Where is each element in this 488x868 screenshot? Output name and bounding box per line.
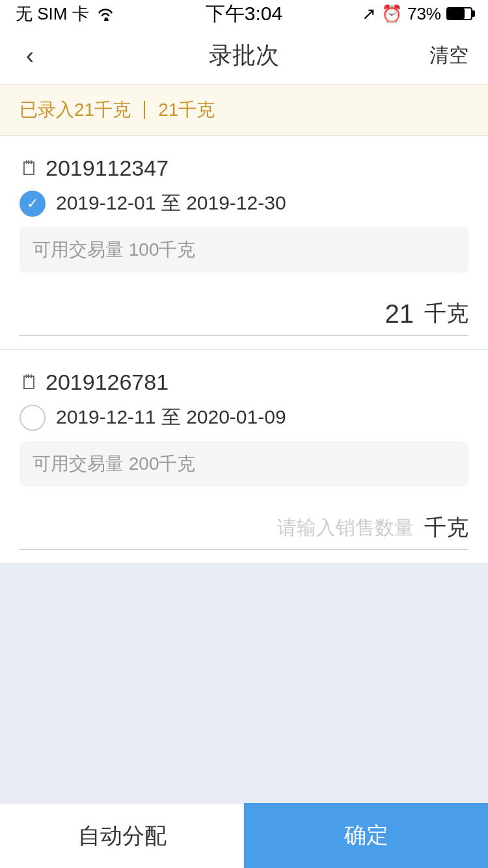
- recorded-label: 已录入21千克: [20, 98, 131, 122]
- bottom-bar: 自动分配 确定: [0, 803, 488, 868]
- batch-doc-icon-2: 🗒: [20, 372, 39, 394]
- batch-date-row-1[interactable]: ✓ 2019-12-01 至 2019-12-30: [20, 190, 468, 217]
- status-time: 下午3:04: [206, 1, 282, 27]
- check-icon-1: ✓: [27, 195, 38, 212]
- wifi-icon: [96, 7, 115, 21]
- batch-card-2: 🗒 2019126781 2019-12-11 至 2020-01-09 可用交…: [0, 350, 488, 563]
- quantity-value-1[interactable]: 21: [385, 299, 414, 329]
- batch-doc-icon-1: 🗒: [20, 157, 39, 180]
- batch-id-1: 2019112347: [46, 156, 169, 181]
- quantity-placeholder-2: 请输入销售数量: [20, 515, 414, 541]
- auto-assign-button[interactable]: 自动分配: [0, 803, 244, 868]
- status-left: 无 SIM 卡: [16, 3, 115, 25]
- quantity-unit-1: 千克: [424, 299, 468, 329]
- battery-percent: 73%: [407, 4, 441, 24]
- batch-available-1: 可用交易量 100千克: [20, 227, 468, 273]
- status-right: ↗ ⏰ 73%: [362, 4, 472, 24]
- confirm-button[interactable]: 确定: [244, 803, 488, 868]
- empty-area: [0, 563, 488, 810]
- batch-card-1: 🗒 2019112347 ✓ 2019-12-01 至 2019-12-30 可…: [0, 136, 488, 349]
- battery-icon: [446, 7, 472, 20]
- input-unit-2: 千克: [424, 513, 468, 543]
- batch-available-2: 可用交易量 200千克: [20, 441, 468, 487]
- batch-id-row-1: 🗒 2019112347: [20, 156, 468, 181]
- clear-button[interactable]: 清空: [429, 42, 468, 69]
- back-button[interactable]: ‹: [20, 36, 40, 76]
- alarm-icon: ⏰: [381, 4, 402, 24]
- batch-date-1: 2019-12-01 至 2019-12-30: [56, 190, 286, 217]
- location-icon: ↗: [362, 4, 376, 24]
- batch-id-row-2: 🗒 2019126781: [20, 370, 468, 395]
- batch-input-row-2[interactable]: 请输入销售数量 千克: [0, 500, 488, 549]
- batch-id-2: 2019126781: [46, 370, 169, 395]
- radio-1[interactable]: ✓: [20, 191, 46, 217]
- summary-divider: [144, 101, 145, 119]
- radio-2[interactable]: [20, 405, 46, 431]
- status-bar: 无 SIM 卡 下午3:04 ↗ ⏰ 73%: [0, 0, 488, 27]
- quantity-row-1: 21 千克: [0, 286, 488, 335]
- batch-date-row-2[interactable]: 2019-12-11 至 2020-01-09: [20, 404, 468, 431]
- carrier-label: 无 SIM 卡: [16, 3, 89, 25]
- page-title: 录批次: [209, 40, 279, 72]
- summary-banner: 已录入21千克 21千克: [0, 85, 488, 136]
- content-area: 已录入21千克 21千克 🗒 2019112347 ✓ 2019-12-01 至…: [0, 85, 488, 810]
- summary-value: 21千克: [158, 98, 215, 122]
- nav-bar: ‹ 录批次 清空: [0, 27, 488, 85]
- batch-date-2: 2019-12-11 至 2020-01-09: [56, 404, 286, 431]
